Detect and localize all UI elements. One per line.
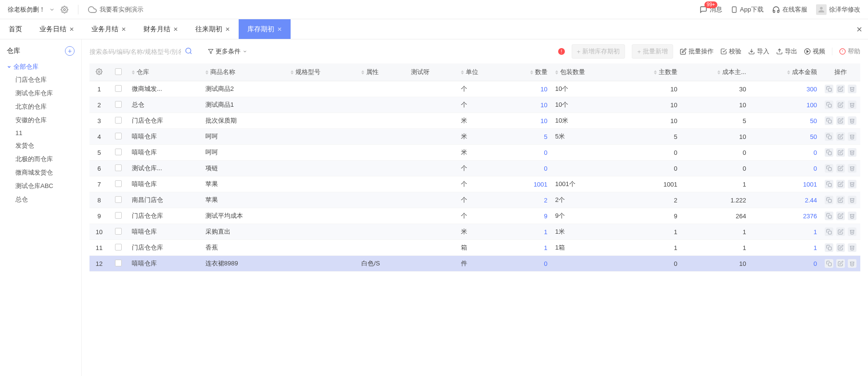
row-checkbox[interactable] [109,208,128,224]
row-checkbox[interactable] [109,145,128,161]
row-delete-button[interactable] [848,243,856,252]
row-checkbox[interactable] [109,97,128,113]
sidebar-root-node[interactable]: 全部仓库 [7,61,81,73]
cell-cost-amount[interactable]: 50 [750,129,821,145]
sidebar-item[interactable]: 北京的仓库 [15,100,81,113]
sidebar-item[interactable]: 11 [15,127,81,139]
table-row[interactable]: 10嘻嘻仓库采购直出米11米111 [89,224,860,240]
sidebar-item[interactable]: 测试仓库仓库 [15,87,81,100]
cell-qty[interactable]: 1 [504,240,551,256]
row-edit-button[interactable] [836,148,845,157]
table-row[interactable]: 9门店仓仓库测试平均成本个99个92642376 [89,208,860,224]
row-delete-button[interactable] [848,85,856,93]
col-qty[interactable]: 数量 [504,63,551,81]
row-copy-button[interactable] [825,148,833,157]
check-button[interactable]: 校验 [720,47,741,56]
sidebar-item[interactable]: 安徽的仓库 [15,113,81,127]
table-row[interactable]: 4嘻嘻仓库呵呵米55米51050 [89,129,860,145]
row-checkbox[interactable] [109,161,128,176]
table-row[interactable]: 5嘻嘻仓库呵呵米0000 [89,145,860,161]
row-delete-button[interactable] [848,227,856,236]
row-edit-button[interactable] [836,243,845,252]
row-delete-button[interactable] [848,116,856,125]
tab-close-icon[interactable]: ✕ [277,26,282,33]
tab[interactable]: 首页 [0,19,31,39]
row-delete-button[interactable] [848,180,856,188]
row-delete-button[interactable] [848,164,856,173]
tab-close-icon[interactable]: ✕ [225,26,230,33]
row-delete-button[interactable] [848,132,856,141]
col-product[interactable]: 商品名称 [202,63,287,81]
cell-cost-amount[interactable]: 0 [750,145,821,161]
row-checkbox[interactable] [109,176,128,192]
user-menu[interactable]: 徐泽华修改 [816,4,860,15]
batch-ops-button[interactable]: 批量操作 [680,47,714,56]
row-delete-button[interactable] [848,100,856,109]
tab-close-icon[interactable]: ✕ [173,26,178,33]
cell-qty[interactable]: 2 [504,192,551,208]
table-row[interactable]: 11门店仓仓库香蕉箱11箱111 [89,240,860,256]
add-warehouse-button[interactable]: + [65,46,75,56]
cell-qty[interactable]: 0 [504,256,551,272]
sidebar-item[interactable]: 发货仓 [15,139,81,152]
cell-cost-amount[interactable]: 2.44 [750,192,821,208]
cell-cost-amount[interactable]: 50 [750,113,821,129]
col-pack-qty[interactable]: 包装数量 [551,63,622,81]
column-settings[interactable] [89,63,109,81]
row-copy-button[interactable] [825,196,833,204]
row-copy-button[interactable] [825,212,833,220]
row-checkbox[interactable] [109,81,128,97]
row-edit-button[interactable] [836,85,845,93]
cell-qty[interactable]: 1 [504,224,551,240]
row-edit-button[interactable] [836,132,845,141]
cell-cost-amount[interactable]: 300 [750,81,821,97]
row-copy-button[interactable] [825,164,833,173]
row-copy-button[interactable] [825,180,833,188]
table-row[interactable]: 7嘻嘻仓库苹果个10011001个100111001 [89,176,860,192]
row-checkbox[interactable] [109,129,128,145]
tab[interactable]: 库存期初✕ [239,19,291,39]
row-edit-button[interactable] [836,227,845,236]
row-checkbox[interactable] [109,192,128,208]
company-selector[interactable]: 徐老板勿删！ [8,5,55,14]
cell-qty[interactable]: 0 [504,161,551,176]
cell-cost-amount[interactable]: 2376 [750,208,821,224]
cell-qty[interactable]: 9 [504,208,551,224]
select-all-checkbox[interactable] [109,63,128,81]
col-cost-amount[interactable]: 成本金额 [750,63,821,81]
col-warehouse[interactable]: 仓库 [128,63,202,81]
table-row[interactable]: 6测试仓库...项链个0000 [89,161,860,176]
col-unit[interactable]: 单位 [457,63,504,81]
import-button[interactable]: 导入 [748,47,769,56]
row-delete-button[interactable] [848,212,856,220]
cell-cost-amount[interactable]: 1 [750,224,821,240]
row-edit-button[interactable] [836,196,845,204]
row-checkbox[interactable] [109,240,128,256]
col-main-qty[interactable]: 主数量 [622,63,681,81]
cell-cost-amount[interactable]: 0 [750,256,821,272]
row-copy-button[interactable] [825,243,833,252]
cell-cost-amount[interactable]: 0 [750,161,821,176]
row-edit-button[interactable] [836,180,845,188]
cell-qty[interactable]: 10 [504,113,551,129]
row-delete-button[interactable] [848,259,856,268]
row-edit-button[interactable] [836,212,845,220]
row-copy-button[interactable] [825,85,833,93]
cell-cost-amount[interactable]: 1001 [750,176,821,192]
row-copy-button[interactable] [825,116,833,125]
row-copy-button[interactable] [825,132,833,141]
cell-qty[interactable]: 10 [504,81,551,97]
cell-qty[interactable]: 5 [504,129,551,145]
row-delete-button[interactable] [848,196,856,204]
sidebar-item[interactable]: 总仓 [15,193,81,206]
tab[interactable]: 往来期初✕ [187,19,239,39]
sidebar-item[interactable]: 测试仓库ABC [15,179,81,193]
tab-close-icon[interactable]: ✕ [121,26,126,33]
row-checkbox[interactable] [109,224,128,240]
table-row[interactable]: 1微商城发...测试商品2个1010个1030300 [89,81,860,97]
sidebar-item[interactable]: 北极的而仓库 [15,152,81,166]
cell-qty[interactable]: 1001 [504,176,551,192]
warning-indicator[interactable]: ! [558,48,565,55]
col-spec[interactable]: 规格型号 [287,63,357,81]
row-edit-button[interactable] [836,116,845,125]
